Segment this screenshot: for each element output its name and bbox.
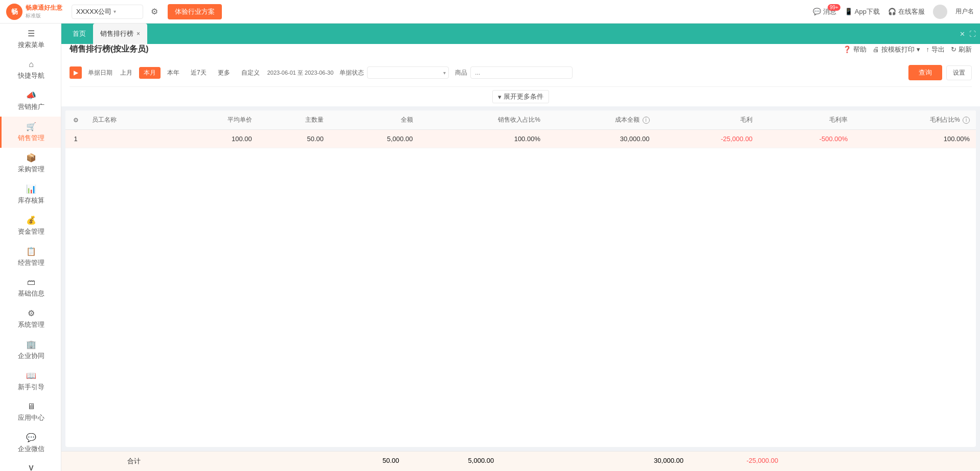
sidebar-item-inventory[interactable]: 📊 库存核算 xyxy=(0,179,61,210)
top-bar: 畅 畅康通好生意 标准版 XXXXX公司 ▾ ⚙ 体验行业方案 💬 消息 99+… xyxy=(0,0,980,24)
tab-sales-ranking[interactable]: 销售排行榜 × xyxy=(93,24,147,44)
query-button[interactable]: 查询 xyxy=(908,65,942,80)
sidebar-item-system[interactable]: ⚙ 系统管理 xyxy=(0,303,61,334)
operations-icon: 📋 xyxy=(26,246,36,256)
app-download-button[interactable]: 📱 App下载 xyxy=(845,7,880,16)
tab-sales-ranking-label: 销售排行榜 xyxy=(100,29,133,38)
th-name: 员工名称 xyxy=(86,110,172,130)
sidebar-item-sales[interactable]: 🛒 销售管理 xyxy=(0,117,61,148)
th-gear: ⚙ xyxy=(65,110,86,130)
chevron-down-icon: ▾ xyxy=(498,93,502,101)
filter-toggle-button[interactable]: ▶ xyxy=(70,66,82,79)
footer-label-cell xyxy=(67,457,121,466)
tab-home[interactable]: 首页 xyxy=(65,24,93,44)
date-range-display: 2023-06-01 至 2023-06-30 xyxy=(267,69,334,77)
th-gross-margin: 毛利率 xyxy=(759,110,854,130)
sidebar-item-guide[interactable]: 📖 新手引导 xyxy=(0,366,61,397)
footer-total: 5,000.00 xyxy=(405,457,500,466)
cell-rank: 1 xyxy=(65,130,86,148)
page-title-row: 销售排行榜(按业务员) ❓ 帮助 🖨 按模板打印 ▾ ↑ xyxy=(70,44,972,55)
date-btn-this-month[interactable]: 本月 xyxy=(139,67,161,79)
cell-name xyxy=(86,130,172,148)
app-title: 畅康通好生意 xyxy=(26,4,62,12)
expand-more-button[interactable]: ▾ 展开更多条件 xyxy=(492,90,549,103)
sidebar: ☰ 搜索菜单 ⌂ 快捷导航 📣 营销推广 🛒 销售管理 📦 采购管理 📊 库存核… xyxy=(0,24,61,471)
sidebar-item-finance[interactable]: 💰 资金管理 xyxy=(0,210,61,241)
guide-icon: 📖 xyxy=(26,371,36,380)
sidebar-item-basic-info[interactable]: 🗃 基础信息 xyxy=(0,273,61,303)
sidebar-label-system: 系统管理 xyxy=(18,320,44,329)
table-header-row: ⚙ 员工名称 平均单价 主数量 全额 销售收入占比% 成本全额 i 毛利 毛利率 xyxy=(65,110,976,130)
footer-total-label: 合计 xyxy=(121,457,216,466)
date-btn-last-7-days[interactable]: 近7天 xyxy=(186,67,211,79)
basic-info-icon: 🗃 xyxy=(27,278,35,287)
sidebar-label-search-menu: 搜索菜单 xyxy=(18,40,44,50)
data-table: ⚙ 员工名称 平均单价 主数量 全额 销售收入占比% 成本全额 i 毛利 毛利率 xyxy=(65,110,976,148)
sidebar-item-apps[interactable]: 🖥 应用中心 xyxy=(0,397,61,428)
cost-info-icon[interactable]: i xyxy=(643,117,650,124)
footer-avg-price xyxy=(216,457,310,466)
sidebar-item-wechat[interactable]: 💬 企业微信 xyxy=(0,428,61,459)
status-select[interactable] xyxy=(367,66,449,79)
sidebar-item-enterprise[interactable]: 🏢 企业协同 xyxy=(0,334,61,366)
window-close-icon[interactable]: ✕ xyxy=(960,30,965,38)
company-selector[interactable]: XXXXX公司 ▾ xyxy=(72,5,143,19)
cell-avg-price: 100.00 xyxy=(172,130,258,148)
help-button[interactable]: ❓ 帮助 xyxy=(843,45,867,54)
date-btn-last-month[interactable]: 上月 xyxy=(116,67,137,79)
sidebar-item-quick-nav[interactable]: ⌂ 快捷导航 xyxy=(0,55,61,85)
th-cost-total: 成本全额 i xyxy=(546,110,656,130)
messages-button[interactable]: 💬 消息 99+ xyxy=(813,7,836,16)
table-area: ⚙ 员工名称 平均单价 主数量 全额 销售收入占比% 成本全额 i 毛利 毛利率 xyxy=(65,110,976,447)
date-btn-this-year[interactable]: 本年 xyxy=(163,67,184,79)
status-filter-group: 单据状态 xyxy=(339,66,449,79)
online-service-button[interactable]: 🎧 在线客服 xyxy=(888,7,925,16)
footer-gross-margin xyxy=(784,457,879,466)
sidebar-item-member[interactable]: V 畅会员 xyxy=(0,459,61,471)
experience-button[interactable]: 体验行业方案 xyxy=(168,4,222,19)
filter-section: 销售排行榜(按业务员) ❓ 帮助 🖨 按模板打印 ▾ ↑ xyxy=(61,44,980,106)
date-options: 上月 本月 本年 近7天 更多 自定义 xyxy=(116,67,264,79)
sidebar-item-marketing[interactable]: 📣 营销推广 xyxy=(0,85,61,117)
table-body: 1 100.00 50.00 5,000.00 100.00% 30,000.0… xyxy=(65,130,976,148)
sidebar-item-search-menu[interactable]: ☰ 搜索菜单 xyxy=(0,24,61,55)
cell-profit-ratio: 100.00% xyxy=(854,130,976,148)
date-btn-custom[interactable]: 自定义 xyxy=(237,67,264,79)
sidebar-label-wechat: 企业微信 xyxy=(18,444,44,454)
status-select-wrapper xyxy=(367,66,449,79)
sidebar-item-operations[interactable]: 📋 经营管理 xyxy=(0,241,61,273)
window-maximize-icon[interactable]: ⛶ xyxy=(969,30,976,38)
template-print-button[interactable]: 🖨 按模板打印 ▾ xyxy=(873,45,920,54)
tab-close-icon[interactable]: × xyxy=(136,30,140,37)
sidebar-label-sales: 销售管理 xyxy=(18,133,44,143)
purchase-icon: 📦 xyxy=(26,153,36,163)
username: 用户名 xyxy=(955,7,974,16)
wechat-icon: 💬 xyxy=(26,433,36,442)
refresh-button[interactable]: ↻ 刷新 xyxy=(951,45,972,54)
footer-sales-ratio xyxy=(500,457,595,466)
sidebar-label-enterprise: 企业协同 xyxy=(18,351,44,361)
cell-sales-ratio: 100.00% xyxy=(419,130,546,148)
home-icon: ⌂ xyxy=(29,60,34,69)
company-settings-button[interactable]: ⚙ xyxy=(147,5,162,19)
sidebar-label-basic-info: 基础信息 xyxy=(18,289,44,298)
page-title: 销售排行榜(按业务员) xyxy=(70,44,149,55)
date-btn-more[interactable]: 更多 xyxy=(213,67,235,79)
header-actions: ❓ 帮助 🖨 按模板打印 ▾ ↑ 导出 ↻ xyxy=(843,45,972,54)
print-icon: 🖨 xyxy=(873,46,879,53)
status-filter-label: 单据状态 xyxy=(339,69,364,77)
goods-input[interactable] xyxy=(470,66,573,79)
export-button[interactable]: ↑ 导出 xyxy=(926,45,945,54)
footer-gross-profit: -25,000.00 xyxy=(690,457,784,466)
goods-filter-group: 商品 xyxy=(455,66,573,79)
sidebar-item-purchase[interactable]: 📦 采购管理 xyxy=(0,148,61,179)
message-badge: 99+ xyxy=(828,4,840,11)
inventory-icon: 📊 xyxy=(26,184,36,194)
avatar[interactable] xyxy=(933,5,947,19)
sidebar-label-guide: 新手引导 xyxy=(18,383,44,392)
enterprise-icon: 🏢 xyxy=(26,340,36,349)
settings-small-button[interactable]: 设置 xyxy=(946,65,972,80)
message-icon: 💬 xyxy=(813,8,821,15)
profit-info-icon[interactable]: i xyxy=(963,117,970,124)
date-filter-group: 单据日期 上月 本月 本年 近7天 更多 自定义 2023-06-01 至 20… xyxy=(88,67,333,79)
